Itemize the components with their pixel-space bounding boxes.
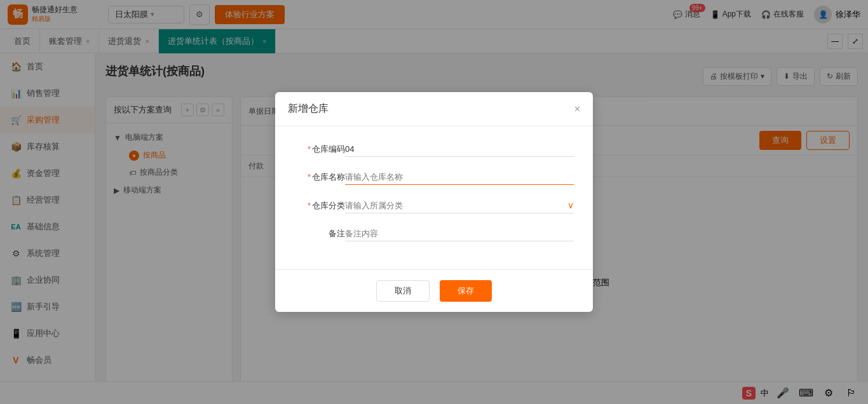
warehouse-category-input[interactable] xyxy=(345,201,567,210)
warehouse-remark-row: 备注 xyxy=(294,226,574,241)
warehouse-name-input[interactable] xyxy=(345,170,574,185)
modal-close-button[interactable]: × xyxy=(574,104,580,115)
warehouse-name-row: 仓库名称 xyxy=(294,170,574,185)
warehouse-code-label: 仓库编码 xyxy=(294,144,345,155)
warehouse-category-select[interactable]: ∨ xyxy=(345,198,574,213)
warehouse-remark-label: 备注 xyxy=(294,228,345,239)
category-chevron-icon: ∨ xyxy=(567,200,574,210)
save-button[interactable]: 保存 xyxy=(440,280,492,302)
modal-footer: 取消 保存 xyxy=(275,269,593,312)
warehouse-remark-input[interactable] xyxy=(345,226,574,241)
modal-title: 新增仓库 xyxy=(288,102,329,116)
warehouse-code-row: 仓库编码 xyxy=(294,142,574,157)
modal-overlay: 新增仓库 × 仓库编码 仓库名称 仓库分类 ∨ xyxy=(0,0,868,404)
cancel-button[interactable]: 取消 xyxy=(376,280,430,302)
modal-body: 仓库编码 仓库名称 仓库分类 ∨ 备注 xyxy=(275,126,593,269)
warehouse-name-label: 仓库名称 xyxy=(294,172,345,183)
warehouse-code-input[interactable] xyxy=(345,142,574,157)
add-warehouse-modal: 新增仓库 × 仓库编码 仓库名称 仓库分类 ∨ xyxy=(275,92,593,312)
warehouse-category-label: 仓库分类 xyxy=(294,200,345,212)
warehouse-category-row: 仓库分类 ∨ xyxy=(294,198,574,213)
modal-header: 新增仓库 × xyxy=(275,92,593,126)
